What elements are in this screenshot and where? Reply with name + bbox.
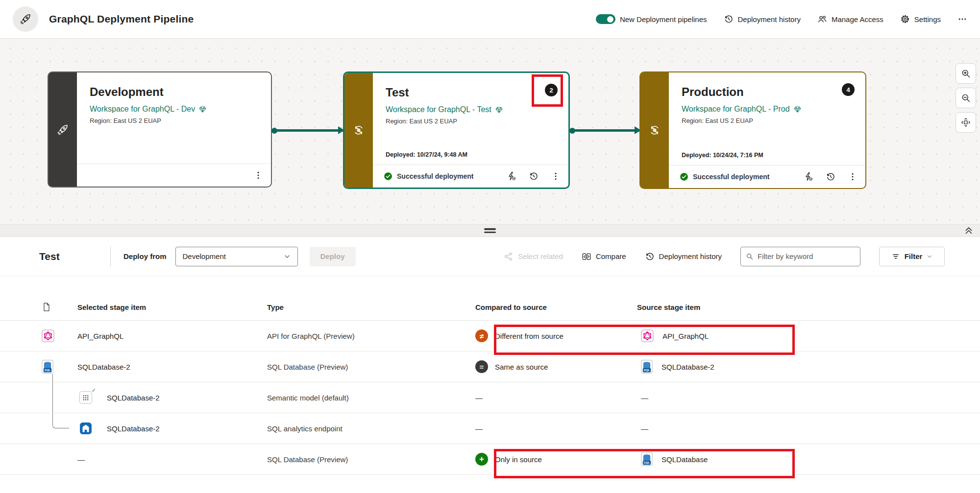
stage-region: Region: East US 2 EUAP (682, 117, 854, 124)
item-type: SQL Database (Preview) (267, 444, 475, 474)
sql-database-icon (641, 360, 653, 374)
double-chevron-up-icon (963, 225, 974, 236)
item-name: SQLDatabase-2 (107, 424, 160, 433)
manage-access-button[interactable]: Manage Access (817, 14, 883, 24)
deployment-history-button[interactable]: Deployment history (724, 14, 801, 24)
table-header-row: Selected stage item Type Compared to sou… (0, 294, 980, 321)
table-row[interactable]: — SQL Database (Preview) + Only in sourc… (0, 444, 980, 475)
stage-more-button[interactable] (551, 171, 561, 181)
stage-strip (344, 73, 373, 188)
source-item-name: SQLDatabase-2 (662, 363, 714, 371)
stage-region: Region: East US 2 EUAP (90, 117, 259, 124)
fit-to-view-button[interactable] (956, 112, 976, 133)
semantic-model-icon: ✓ (79, 391, 92, 404)
item-type: SQL analytics endpoint (267, 413, 475, 444)
table-row[interactable]: SQLDatabase-2 SQL Database (Preview) = S… (0, 352, 980, 382)
compared-status: Only in source (495, 455, 542, 464)
stage-history-button[interactable] (529, 171, 539, 181)
stage-name: Test (386, 86, 557, 99)
success-check-icon (680, 172, 688, 181)
deploy-button[interactable]: Deploy (310, 247, 356, 266)
col-type[interactable]: Type (267, 294, 475, 320)
table-row[interactable]: ✓ SQLDatabase-2 Semantic model (default)… (0, 382, 980, 413)
stage-history-button[interactable] (826, 172, 835, 182)
stage-more-button[interactable] (848, 172, 858, 182)
people-icon (817, 14, 827, 24)
deploy-from-label: Deploy from (123, 252, 167, 260)
item-type: API for GraphQL (Preview) (267, 321, 475, 351)
more-horizontal-icon (957, 14, 967, 24)
item-count-badge: 2 (545, 84, 558, 96)
filter-button[interactable]: Filter (879, 247, 945, 266)
search-icon (746, 252, 754, 261)
history-icon (724, 14, 734, 24)
tree-connector (52, 413, 69, 428)
bolt-gear-icon (507, 171, 516, 181)
only-in-source-icon: + (475, 453, 488, 466)
history-icon (826, 172, 835, 182)
more-vertical-icon (551, 171, 561, 181)
stage-card-production[interactable]: Production Workspace for GraphQL - Prod … (639, 71, 866, 189)
stage-name: Development (90, 85, 259, 99)
table-row[interactable]: SQLDatabase-2 SQL analytics endpoint — — (0, 413, 980, 444)
pipeline-arrow-dev-to-test (274, 129, 343, 132)
sync-icon (649, 124, 661, 136)
col-compared-to-source[interactable]: Compared to source (475, 294, 637, 320)
tree-connector (52, 374, 53, 382)
deploy-source-dropdown[interactable]: Development (175, 247, 298, 266)
stage-more-button[interactable] (253, 170, 263, 180)
source-item-name: SQLDatabase (662, 455, 708, 464)
workspace-link[interactable]: Workspace for GraphQL - Test (386, 105, 557, 114)
gem-icon (198, 105, 207, 114)
deploy-settings-button[interactable] (804, 172, 813, 182)
compare-button[interactable]: Compare (582, 252, 626, 261)
chevron-down-icon (284, 253, 291, 260)
more-options-button[interactable] (957, 14, 967, 24)
gem-icon (793, 105, 802, 114)
stage-card-development[interactable]: Development Workspace for GraphQL - Dev … (48, 71, 272, 188)
item-count-badge: 4 (842, 83, 855, 96)
api-graphql-icon (641, 329, 654, 342)
canvas-zoom-controls (956, 63, 976, 133)
success-check-icon (384, 172, 392, 181)
history-icon (529, 171, 539, 181)
compare-icon (582, 252, 591, 261)
table-row[interactable]: API_GraphQL API for GraphQL (Preview) ≠ … (0, 321, 980, 352)
select-related-button[interactable]: Select related (504, 252, 563, 261)
item-name: — (77, 455, 85, 464)
more-vertical-icon (253, 170, 263, 180)
item-name: SQLDatabase-2 (77, 363, 130, 371)
fit-to-view-icon (961, 117, 971, 127)
history-icon (645, 252, 655, 261)
collapse-panel-button[interactable] (963, 225, 974, 238)
keyword-filter-input[interactable] (758, 252, 855, 260)
deployment-pipeline-page: GraphQL Deplyment Pipeline New Deploymen… (0, 0, 980, 493)
stage-items-table: Selected stage item Type Compared to sou… (0, 294, 980, 475)
item-type: Semantic model (default) (267, 382, 475, 413)
deploy-settings-button[interactable] (507, 171, 516, 181)
chevron-down-icon (927, 254, 932, 259)
workspace-link[interactable]: Workspace for GraphQL - Dev (90, 105, 259, 114)
deployment-history-button[interactable]: Deployment history (645, 252, 722, 261)
stage-card-test[interactable]: Test Workspace for GraphQL - Test Region… (343, 71, 570, 189)
splitter-drag-handle[interactable] (484, 227, 496, 235)
stage-toolbar: Test Deploy from Development Deploy Sele… (0, 237, 980, 276)
rocket-icon (57, 124, 69, 136)
compared-status: — (475, 382, 637, 413)
workspace-link[interactable]: Workspace for GraphQL - Prod (682, 105, 854, 114)
zoom-out-icon (961, 93, 971, 103)
zoom-in-icon (961, 69, 971, 78)
item-name: SQLDatabase-2 (107, 394, 160, 402)
toggle-label: New Deployment pipelines (620, 15, 707, 23)
settings-button[interactable]: Settings (900, 14, 941, 24)
new-pipelines-toggle[interactable] (596, 14, 615, 24)
zoom-in-button[interactable] (956, 63, 976, 84)
col-selected-stage-item[interactable]: Selected stage item (77, 294, 267, 320)
document-icon (42, 301, 51, 313)
source-item-name: — (637, 413, 980, 444)
filter-icon (891, 252, 900, 261)
col-source-stage-item[interactable]: Source stage item (637, 294, 980, 320)
related-network-icon (504, 252, 514, 261)
zoom-out-button[interactable] (956, 88, 976, 108)
different-from-source-icon: ≠ (475, 329, 488, 342)
